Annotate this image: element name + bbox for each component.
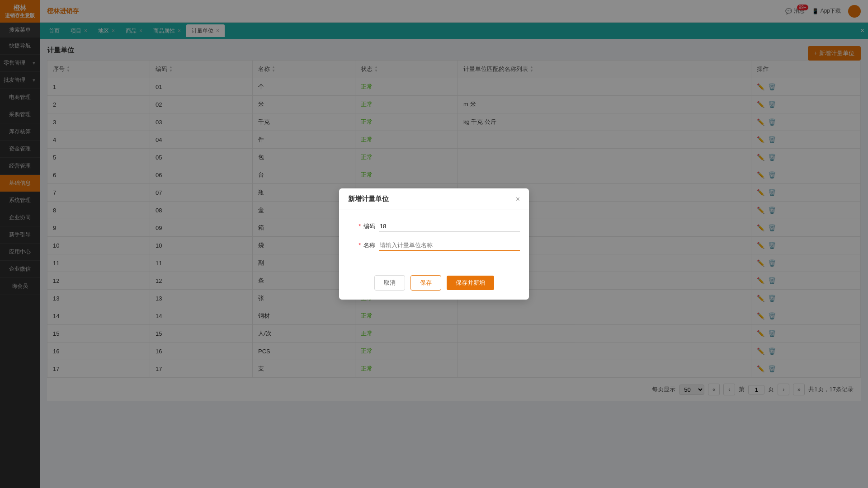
save-and-new-button[interactable]: 保存并新增: [447, 276, 494, 290]
modal-body: * 编码 * 名称: [339, 210, 529, 270]
name-input[interactable]: [379, 240, 520, 251]
modal-overlay[interactable]: 新增计量单位 × * 编码 * 名称 取消 保存 保存并新增: [0, 0, 868, 488]
code-label: * 编码: [348, 222, 375, 230]
name-label: * 名称: [348, 241, 375, 249]
add-unit-modal: 新增计量单位 × * 编码 * 名称 取消 保存 保存并新增: [339, 188, 529, 300]
form-row-name: * 名称: [348, 240, 520, 251]
cancel-button[interactable]: 取消: [374, 275, 405, 291]
code-required: *: [359, 223, 361, 230]
form-row-code: * 编码: [348, 221, 520, 232]
modal-title: 新增计量单位: [348, 195, 389, 203]
modal-header: 新增计量单位 ×: [339, 188, 529, 210]
modal-close-button[interactable]: ×: [516, 195, 520, 203]
save-button[interactable]: 保存: [410, 275, 441, 291]
modal-footer: 取消 保存 保存并新增: [339, 270, 529, 300]
code-input[interactable]: [379, 221, 520, 232]
name-required: *: [359, 242, 361, 249]
